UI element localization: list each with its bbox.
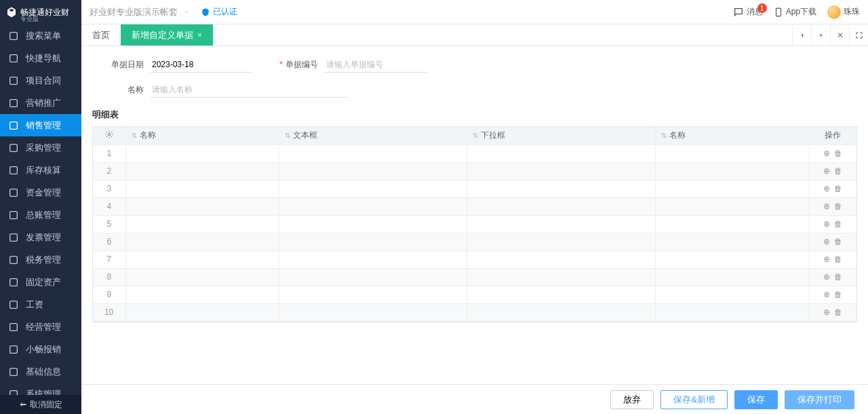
save-print-button[interactable]: 保存并打印 — [785, 390, 854, 409]
delete-row-icon[interactable]: 🗑 — [834, 166, 842, 176]
cell[interactable] — [656, 215, 809, 233]
tab-home[interactable]: 首页 — [81, 24, 121, 45]
sidebar-item-11[interactable]: 固定资产 — [0, 271, 81, 293]
cell[interactable] — [125, 162, 279, 180]
delete-row-icon[interactable]: 🗑 — [834, 255, 842, 264]
delete-row-icon[interactable]: 🗑 — [834, 307, 842, 317]
cell[interactable] — [279, 180, 467, 197]
delete-row-icon[interactable]: 🗑 — [834, 290, 842, 299]
delete-row-icon[interactable]: 🗑 — [834, 237, 842, 246]
cell[interactable] — [656, 197, 809, 215]
cell[interactable] — [656, 250, 809, 268]
cell[interactable] — [656, 233, 809, 250]
close-icon[interactable]: × — [197, 31, 202, 40]
cell[interactable] — [125, 233, 279, 250]
docno-input[interactable] — [325, 57, 427, 73]
add-row-icon[interactable]: ⊕ — [823, 184, 830, 193]
delete-row-icon[interactable]: 🗑 — [834, 184, 842, 193]
col-3[interactable]: ⇅名称 — [656, 127, 809, 145]
cell[interactable] — [656, 303, 809, 321]
cell[interactable] — [279, 286, 467, 303]
cell[interactable] — [467, 162, 656, 180]
add-row-icon[interactable]: ⊕ — [823, 202, 830, 211]
sidebar-item-7[interactable]: 资金管理 — [0, 181, 81, 204]
cell[interactable] — [279, 197, 467, 215]
cell[interactable] — [656, 180, 809, 197]
delete-row-icon[interactable]: 🗑 — [834, 272, 842, 282]
sidebar-item-14[interactable]: 小畅报销 — [0, 338, 81, 360]
messages-button[interactable]: 消息 1 — [733, 6, 763, 18]
tab-close-all[interactable]: ✕ — [830, 24, 849, 45]
cell[interactable] — [656, 268, 809, 286]
sidebar-item-2[interactable]: 项目合同 — [0, 69, 81, 92]
save-new-button[interactable]: 保存&新增 — [660, 390, 728, 409]
add-row-icon[interactable]: ⊕ — [823, 255, 830, 264]
cell[interactable] — [279, 215, 467, 233]
date-input[interactable] — [151, 57, 255, 72]
sidebar-item-12[interactable]: 工资 — [0, 293, 81, 316]
sidebar-item-15[interactable]: 基础信息 — [0, 360, 81, 383]
col-0[interactable]: ⇅名称 — [125, 127, 279, 145]
cell[interactable] — [125, 250, 279, 268]
tab-active[interactable]: 新增自定义单据 × — [121, 24, 213, 45]
cell[interactable] — [125, 286, 279, 303]
cell[interactable] — [656, 145, 809, 162]
sidebar-item-16[interactable]: 系统管理 — [0, 383, 81, 395]
cell[interactable] — [467, 286, 656, 303]
cell[interactable] — [467, 180, 656, 197]
sidebar-item-9[interactable]: 发票管理 — [0, 226, 81, 248]
tab-next[interactable] — [811, 24, 830, 45]
sidebar-item-1[interactable]: 快捷导航 — [0, 47, 81, 69]
cell[interactable] — [279, 303, 467, 321]
add-row-icon[interactable]: ⊕ — [823, 166, 830, 176]
sidebar-item-3[interactable]: 营销推广 — [0, 92, 81, 114]
sidebar-item-6[interactable]: 库存核算 — [0, 159, 81, 181]
add-row-icon[interactable]: ⊕ — [823, 307, 830, 317]
discard-button[interactable]: 放弃 — [610, 390, 654, 409]
cell[interactable] — [279, 145, 467, 162]
cell[interactable] — [125, 303, 279, 321]
cell[interactable] — [467, 197, 656, 215]
add-row-icon[interactable]: ⊕ — [823, 290, 830, 299]
save-button[interactable]: 保存 — [734, 390, 778, 409]
cell[interactable] — [467, 303, 656, 321]
tenant-selector[interactable]: 好业财专业版演示帐套 — [90, 6, 190, 18]
tab-prev[interactable] — [792, 24, 811, 45]
cell[interactable] — [467, 215, 656, 233]
cell[interactable] — [467, 268, 656, 286]
delete-row-icon[interactable]: 🗑 — [834, 149, 842, 158]
name-input[interactable] — [151, 82, 347, 98]
add-row-icon[interactable]: ⊕ — [823, 237, 830, 246]
delete-row-icon[interactable]: 🗑 — [834, 202, 842, 211]
sidebar-unpin[interactable]: 取消固定 — [0, 395, 81, 414]
col-1[interactable]: ⇅文本框 — [279, 127, 467, 145]
cell[interactable] — [279, 250, 467, 268]
sidebar-item-4[interactable]: 销售管理 — [0, 114, 81, 136]
sidebar-item-8[interactable]: 总账管理 — [0, 204, 81, 226]
cell[interactable] — [125, 268, 279, 286]
add-row-icon[interactable]: ⊕ — [823, 272, 830, 282]
sidebar-item-0[interactable]: 搜索菜单 — [0, 24, 81, 47]
cell[interactable] — [279, 162, 467, 180]
col-2[interactable]: ⇅下拉框 — [467, 127, 656, 145]
add-row-icon[interactable]: ⊕ — [823, 149, 830, 158]
user-menu[interactable]: 珠珠 — [827, 5, 860, 19]
cell[interactable] — [467, 145, 656, 162]
cell[interactable] — [656, 286, 809, 303]
cell[interactable] — [125, 215, 279, 233]
cell[interactable] — [125, 197, 279, 215]
cell[interactable] — [467, 250, 656, 268]
cell[interactable] — [279, 233, 467, 250]
cell[interactable] — [467, 233, 656, 250]
col-gear[interactable] — [93, 127, 125, 145]
sidebar-item-5[interactable]: 采购管理 — [0, 136, 81, 159]
delete-row-icon[interactable]: 🗑 — [834, 219, 842, 229]
sidebar-item-13[interactable]: 经营管理 — [0, 316, 81, 338]
cell[interactable] — [656, 162, 809, 180]
fullscreen-button[interactable] — [849, 24, 868, 45]
sidebar-item-10[interactable]: 税务管理 — [0, 248, 81, 271]
add-row-icon[interactable]: ⊕ — [823, 219, 830, 229]
app-download-button[interactable]: App下载 — [774, 6, 816, 18]
cell[interactable] — [125, 145, 279, 162]
cell[interactable] — [279, 268, 467, 286]
